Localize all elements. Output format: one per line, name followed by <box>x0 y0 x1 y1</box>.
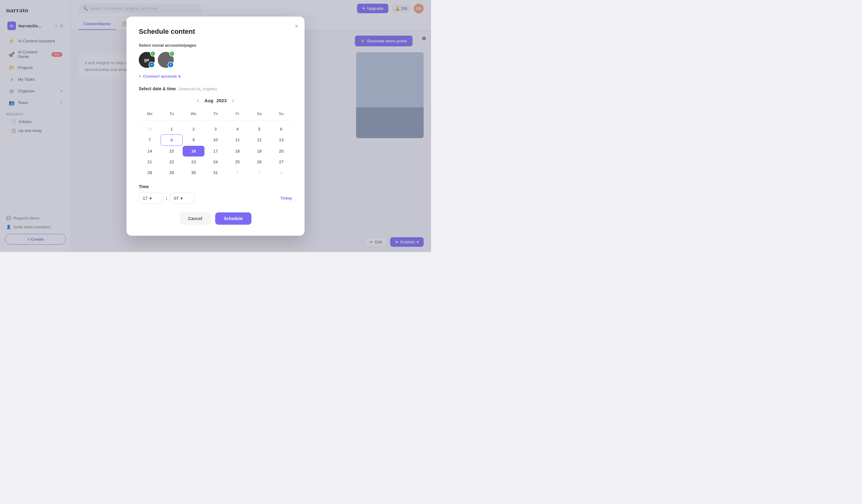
modal-close-button[interactable]: × <box>295 23 298 30</box>
calendar-grid: 3112345678910111213141516171819202122232… <box>139 124 292 178</box>
day-th: Th <box>205 110 226 118</box>
calendar-cell[interactable]: 5 <box>248 124 270 134</box>
calendar-cell[interactable]: 16 <box>183 146 205 157</box>
calendar-cell[interactable]: 11 <box>226 134 248 146</box>
calendar-cell[interactable]: 14 <box>139 146 160 157</box>
calendar: ‹ Aug 2023 › Mo Tu We Th Fr Sa Su 311234… <box>139 96 292 178</box>
modal-title: Schedule content <box>139 28 292 36</box>
hour-value: 17 <box>143 196 148 201</box>
account-1-initials: ge <box>144 57 149 62</box>
calendar-cell[interactable]: 1 <box>160 124 182 134</box>
calendar-cell[interactable]: 25 <box>226 157 248 167</box>
time-row: 17 ▾ : 07 ▾ Today <box>139 193 292 204</box>
calendar-cell[interactable]: 31 <box>139 124 160 134</box>
calendar-cell[interactable]: 29 <box>160 167 182 178</box>
account-1[interactable]: ge in ✓ <box>139 52 155 68</box>
day-sa: Sa <box>248 110 270 118</box>
calendar-cell[interactable]: 3 <box>271 167 292 178</box>
cancel-button[interactable]: Cancel <box>180 212 211 225</box>
day-su: Su <box>271 110 292 118</box>
hour-select[interactable]: 17 ▾ <box>139 193 163 204</box>
minute-value: 07 <box>174 196 179 201</box>
account-2[interactable]: f ✓ <box>158 52 174 68</box>
calendar-cell[interactable]: 26 <box>248 157 270 167</box>
calendar-cell[interactable]: 2 <box>183 124 205 134</box>
calendar-cell[interactable]: 31 <box>205 167 226 178</box>
check-overlay: ✓ <box>150 51 156 56</box>
calendar-header: ‹ Aug 2023 › <box>139 96 292 105</box>
calendar-cell[interactable]: 27 <box>271 157 292 167</box>
calendar-cell[interactable]: 30 <box>183 167 205 178</box>
calendar-cell[interactable]: 6 <box>271 124 292 134</box>
time-colon: : <box>166 196 167 201</box>
timezone-label: (America/Los_Angeles) <box>179 87 217 91</box>
calendar-cell[interactable]: 28 <box>139 167 160 178</box>
facebook-icon: f <box>170 63 171 66</box>
minute-chevron-icon: ▾ <box>181 196 183 201</box>
calendar-cell[interactable]: 3 <box>205 124 226 134</box>
hour-chevron-icon: ▾ <box>149 196 152 201</box>
schedule-button[interactable]: Schedule <box>215 212 251 225</box>
accounts-row: ge in ✓ f ✓ <box>139 52 292 68</box>
day-tu: Tu <box>160 110 182 118</box>
time-label: Time <box>139 184 292 189</box>
calendar-cell[interactable]: 1 <box>226 167 248 178</box>
calendar-next-button[interactable]: › <box>230 96 236 105</box>
connect-account-label: Connect account <box>143 74 177 79</box>
day-fr: Fr <box>226 110 248 118</box>
calendar-cell[interactable]: 7 <box>139 134 160 146</box>
schedule-content-modal: × Schedule content Select social account… <box>127 16 304 236</box>
calendar-cell[interactable]: 17 <box>205 146 226 157</box>
connect-plus-icon: + <box>139 74 141 79</box>
linkedin-icon: in <box>151 63 153 66</box>
calendar-prev-button[interactable]: ‹ <box>195 96 201 105</box>
calendar-cell[interactable]: 19 <box>248 146 270 157</box>
time-section: Time 17 ▾ : 07 ▾ Today <box>139 184 292 204</box>
datetime-label: Select date & time (America/Los_Angeles) <box>139 86 292 91</box>
calendar-cell[interactable]: 21 <box>139 157 160 167</box>
day-we: We <box>183 110 205 118</box>
today-link[interactable]: Today <box>280 196 292 200</box>
accounts-section-label: Select social accounts/pages <box>139 43 292 48</box>
connect-account-button[interactable]: + Connect account ▾ <box>139 74 292 79</box>
calendar-days-header: Mo Tu We Th Fr Sa Su <box>139 110 292 118</box>
calendar-cell[interactable]: 13 <box>271 134 292 146</box>
calendar-month: Aug <box>205 98 213 103</box>
connect-chevron-icon: ▾ <box>178 74 181 79</box>
calendar-cell[interactable]: 10 <box>205 134 226 146</box>
calendar-divider <box>139 120 292 121</box>
check-overlay-2: ✓ <box>169 51 175 56</box>
linkedin-badge: in <box>148 62 155 68</box>
calendar-cell[interactable]: 18 <box>226 146 248 157</box>
calendar-cell[interactable]: 4 <box>226 124 248 134</box>
calendar-cell[interactable]: 8 <box>160 134 182 146</box>
modal-overlay: × Schedule content Select social account… <box>0 0 431 252</box>
check-mark: ✓ <box>152 52 154 55</box>
calendar-cell[interactable]: 24 <box>205 157 226 167</box>
calendar-year: 2023 <box>217 98 226 103</box>
minute-select[interactable]: 07 ▾ <box>170 193 194 204</box>
calendar-cell[interactable]: 23 <box>183 157 205 167</box>
day-mo: Mo <box>139 110 160 118</box>
calendar-cell[interactable]: 22 <box>160 157 182 167</box>
facebook-badge: f <box>168 62 174 68</box>
calendar-cell[interactable]: 2 <box>248 167 270 178</box>
calendar-cell[interactable]: 20 <box>271 146 292 157</box>
calendar-cell[interactable]: 12 <box>248 134 270 146</box>
calendar-cell[interactable]: 15 <box>160 146 182 157</box>
modal-footer: Cancel Schedule <box>139 212 292 225</box>
check-mark-2: ✓ <box>171 52 173 55</box>
calendar-cell[interactable]: 9 <box>183 134 205 146</box>
